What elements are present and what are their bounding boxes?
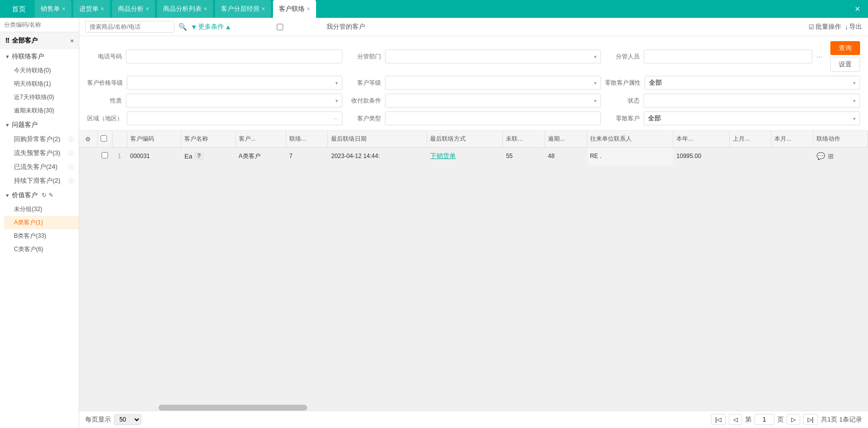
nav-tab-customer-contact[interactable]: 客户联络 × [273, 0, 316, 18]
nav-home[interactable]: 首页 [4, 0, 34, 18]
sidebar-item-a-class[interactable]: A类客户(1) [4, 216, 79, 229]
customer-type-input[interactable] [385, 111, 601, 125]
sidebar-item-churned[interactable]: 已流失客户(24) ⓘ [4, 160, 79, 174]
nav-tab-customer-segment-close[interactable]: × [262, 0, 265, 18]
filter-status: 状态 ▾ [605, 94, 860, 107]
batch-operation-button[interactable]: ☑ 批量操作 [809, 22, 841, 31]
sidebar-item-today[interactable]: 今天待联络(0) [4, 64, 79, 77]
th-overdue[interactable]: 逾期... [545, 131, 587, 148]
sidebar-item-declining[interactable]: 持续下滑客户(2) ⓘ [4, 174, 79, 188]
region-label: 区域（地区） [87, 114, 123, 123]
sidebar-item-ungrouped[interactable]: 未分组(32) [4, 203, 79, 216]
status-select[interactable]: ▾ [644, 94, 860, 107]
th-last-month[interactable]: 上月... [729, 131, 771, 148]
sidebar-collapse-icon[interactable]: « [70, 37, 74, 44]
th-this-year[interactable]: 本年... [673, 131, 730, 148]
person-dots-button[interactable]: ··· [816, 53, 822, 60]
th-last-contact-date[interactable]: 最后联络日期 [328, 131, 427, 148]
sidebar-section-pending-title[interactable]: ▼ 待联络客户 [0, 49, 79, 64]
td-last-contact-date: 2023-04-12 14:44: [328, 148, 427, 165]
sidebar-item-week[interactable]: 近7天待联络(0) [4, 91, 79, 104]
nav-tab-sales-close[interactable]: × [62, 0, 65, 18]
batch-label: 批量操作 [815, 22, 841, 31]
nav-tab-customer-segment[interactable]: 客户分层经营 × [215, 0, 271, 18]
settings-button[interactable]: 设置 [830, 57, 860, 72]
td-last-contact-method[interactable]: 下销货单 [427, 148, 503, 165]
scrollbar-thumb[interactable] [159, 405, 307, 411]
td-checkbox[interactable] [97, 148, 112, 165]
value-edit-icon[interactable]: ✎ [49, 192, 54, 199]
sidebar-section-problem-title[interactable]: ▼ 问题客户 [0, 117, 79, 132]
dept-select[interactable]: ▾ [385, 50, 601, 63]
th-this-month[interactable]: 本月... [771, 131, 814, 148]
page-label: 第 [745, 415, 752, 424]
query-button[interactable]: 查询 [830, 41, 860, 55]
th-level[interactable]: 客户... [236, 131, 286, 148]
sidebar-item-overdue[interactable]: 逾期未联络(30) [4, 104, 79, 117]
nav-tab-purchase[interactable]: 进货单 × [73, 0, 110, 18]
last-page-button[interactable]: ▷| [803, 414, 818, 425]
nav-tab-purchase-close[interactable]: × [101, 0, 104, 18]
filter-payment: 收付款条件 ▾ [346, 94, 601, 107]
grid-view-icon[interactable]: ⊞ [828, 152, 834, 160]
th-settings[interactable]: ⚙ [79, 131, 97, 148]
nav-tab-sales[interactable]: 销售单 × [35, 0, 71, 18]
value-items: 未分组(32) A类客户(1) B类客户(33) C类客户(6) [0, 203, 79, 256]
th-unit-contact[interactable]: 往来单位联系人 [587, 131, 673, 148]
th-code[interactable]: 客户编码 [127, 131, 181, 148]
nav-tab-customer-segment-label: 客户分层经营 [221, 0, 260, 18]
nav-tab-analysis-close[interactable]: × [146, 0, 149, 18]
nav-tab-customer-contact-close[interactable]: × [307, 0, 310, 18]
prev-page-button[interactable]: ◁ [729, 414, 742, 425]
last-contact-method-link[interactable]: 下销货单 [430, 152, 456, 160]
page-input[interactable] [755, 414, 774, 425]
select-all-checkbox[interactable] [101, 135, 107, 142]
sidebar-search-input[interactable] [4, 21, 78, 28]
th-not-contacted[interactable]: 未联... [503, 131, 545, 148]
horizontal-scrollbar[interactable] [79, 405, 868, 411]
th-name[interactable]: 客户名称 [181, 131, 236, 148]
table-header-row: ⚙ 客户编码 客户名称 客户... 联络... 最后联络日期 最后联络方式 未联… [79, 131, 868, 148]
my-customers-checkbox[interactable] [235, 24, 325, 30]
nav-tab-analysis[interactable]: 商品分析 × [112, 0, 155, 18]
price-level-select[interactable]: ▾ [127, 76, 342, 90]
nav-tab-analysis-list-close[interactable]: × [204, 0, 207, 18]
value-refresh-icon[interactable]: ↻ [42, 192, 47, 199]
page-of-label: 页 [777, 415, 784, 424]
td-this-year: 10995.00 [673, 148, 730, 165]
customer-level-select[interactable]: ▾ [385, 76, 601, 90]
retail-customer-select[interactable]: 全部▾ [644, 111, 860, 125]
search-input[interactable] [85, 21, 174, 33]
person-input[interactable] [644, 50, 813, 63]
th-contact-count[interactable]: 联络... [286, 131, 328, 148]
filter-label: 更多条件 [198, 22, 224, 31]
retail-attr-select[interactable]: 全部▾ [645, 76, 860, 90]
sidebar-all-customers-header[interactable]: ⠿ 全部客户 « [0, 32, 79, 49]
sidebar-item-b-class[interactable]: B类客户(33) [4, 229, 79, 243]
window-close-button[interactable]: × [851, 4, 864, 14]
next-page-button[interactable]: ▷ [787, 414, 800, 425]
more-filter-button[interactable]: ▼ 更多条件 ▲ [191, 22, 231, 31]
th-checkbox[interactable] [97, 131, 112, 148]
nature-select[interactable]: ▾ [126, 94, 342, 107]
export-button[interactable]: ↓ 导出 [845, 22, 863, 31]
my-customers-checkbox-label[interactable]: 我分管的客户 [235, 22, 365, 31]
search-button[interactable]: 🔍 [178, 23, 187, 31]
export-label: 导出 [849, 22, 862, 31]
region-select[interactable]: ··· [127, 111, 342, 125]
sidebar-section-value-title[interactable]: ▼ 价值客户 ↻ ✎ [0, 188, 79, 203]
sidebar-item-repurchase-abnormal[interactable]: 回购异常客户(2) ⓘ [4, 132, 79, 146]
pending-items: 今天待联络(0) 明天待联络(1) 近7天待联络(0) 逾期未联络(30) [0, 64, 79, 117]
row-checkbox[interactable] [102, 152, 108, 159]
payment-select[interactable]: ▾ [385, 94, 601, 107]
sidebar-item-c-class[interactable]: C类客户(6) [4, 243, 79, 256]
phone-input[interactable] [126, 50, 342, 63]
sidebar-item-churn-warning[interactable]: 流失预警客户(3) ⓘ [4, 146, 79, 160]
per-page-select[interactable]: 50 100 200 [114, 414, 141, 425]
first-page-button[interactable]: |◁ [711, 414, 726, 425]
dept-label: 分管部门 [346, 53, 381, 61]
sidebar-item-tomorrow[interactable]: 明天待联络(1) [4, 77, 79, 91]
chat-icon[interactable]: 💬 [816, 152, 825, 160]
th-last-contact-method[interactable]: 最后联络方式 [427, 131, 503, 148]
nav-tab-analysis-list[interactable]: 商品分析列表 × [157, 0, 213, 18]
